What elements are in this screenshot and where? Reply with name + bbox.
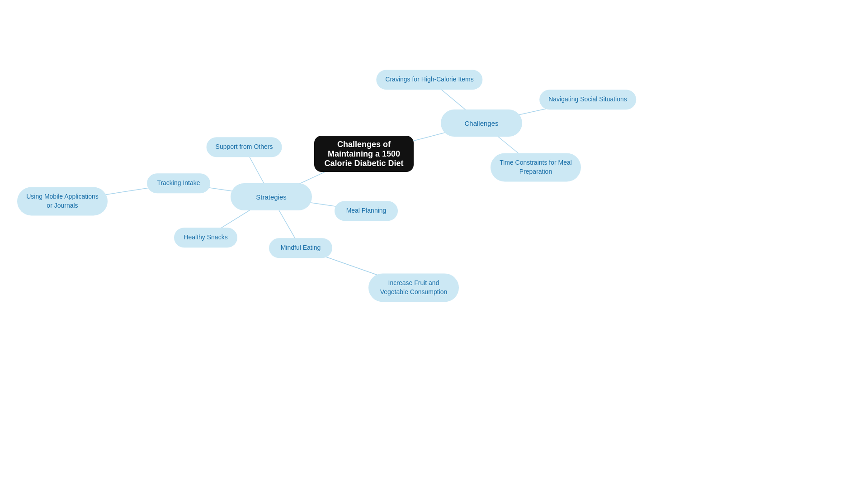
- leaf-node-mindful-eating: Mindful Eating: [269, 238, 332, 258]
- branch-node-challenges: Challenges: [441, 109, 522, 137]
- center-node: Challenges of Maintaining a 1500 Calorie…: [314, 136, 414, 172]
- leaf-node-increase-fruit: Increase Fruit and Vegetable Consumption: [368, 273, 459, 302]
- leaf-node-mobile: Using Mobile Applications or Journals: [17, 187, 108, 215]
- branch-node-strategies: Strategies: [231, 183, 312, 210]
- mind-map: Challenges of Maintaining a 1500 Calorie…: [0, 0, 868, 490]
- leaf-node-tracking: Tracking Intake: [147, 173, 210, 193]
- leaf-node-meal-planning: Meal Planning: [335, 201, 398, 221]
- leaf-node-healthy-snacks: Healthy Snacks: [174, 228, 237, 247]
- leaf-node-time-constraints: Time Constraints for Meal Preparation: [491, 153, 581, 181]
- leaf-node-navigating: Navigating Social Situations: [539, 90, 636, 109]
- leaf-node-support: Support from Others: [207, 137, 282, 157]
- leaf-node-cravings: Cravings for High-Calorie Items: [376, 70, 482, 90]
